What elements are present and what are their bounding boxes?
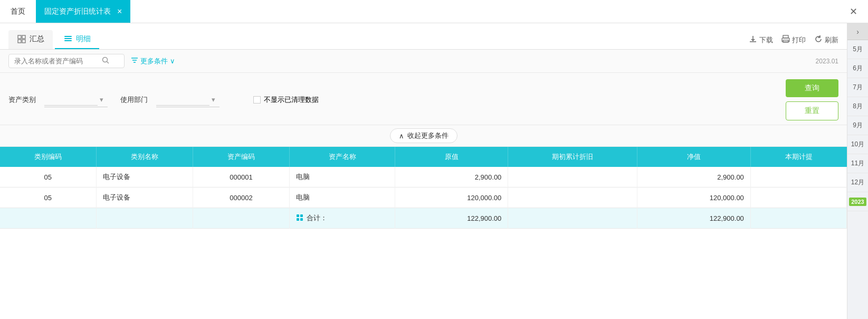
date-display: 2023.01 [816, 58, 838, 65]
month-item[interactable]: 6月 [847, 59, 868, 78]
close-tab-icon[interactable]: × [117, 7, 122, 16]
month-item[interactable]: 9月 [847, 116, 868, 135]
left-panel: 汇总 明细 [0, 23, 847, 319]
col-category-code: 类别编码 [0, 147, 96, 167]
date-value: 2023.01 [816, 58, 838, 65]
close-window-icon[interactable]: ✕ [850, 6, 857, 17]
month-item[interactable]: 7月 [847, 78, 868, 97]
refresh-icon [814, 35, 823, 45]
cell-category-code: 05 [0, 187, 96, 208]
use-department-select[interactable]: ▾ [156, 93, 220, 107]
month-list: 5月6月7月8月9月10月11月12月2023 [847, 40, 868, 211]
cell-category-code: 05 [0, 167, 96, 187]
department-dropdown-icon: ▾ [212, 96, 215, 104]
refresh-btn[interactable]: 刷新 [814, 35, 838, 45]
tab-detail-label: 明细 [76, 34, 91, 44]
cell-original-value: 120,000.00 [395, 187, 508, 208]
cell-original-value: 2,900.00 [395, 167, 508, 187]
col-net-value: 净值 [637, 147, 750, 167]
search-input[interactable] [14, 57, 99, 65]
search-box [8, 54, 125, 68]
category-dropdown-icon: ▾ [100, 96, 103, 104]
month-item[interactable]: 12月 [847, 173, 868, 192]
svg-rect-2 [18, 40, 21, 43]
cell-asset-code: 000002 [193, 187, 289, 208]
filter-buttons: 查询 重置 [786, 79, 838, 120]
svg-rect-4 [64, 36, 72, 37]
hide-cleared-label: 不显示已清理数据 [264, 95, 319, 105]
asset-category-select[interactable]: ▾ [44, 93, 108, 107]
svg-rect-6 [64, 40, 72, 41]
month-item[interactable]: 5月 [847, 40, 868, 59]
tab-detail[interactable]: 明细 [55, 30, 99, 49]
svg-rect-17 [297, 218, 299, 221]
more-filter-label: 更多条件 [140, 57, 168, 66]
svg-rect-3 [22, 40, 25, 43]
data-table: 类别编码 类别名称 资产编码 资产名称 原值 期初累计折旧 净值 本期计提 05… [0, 147, 847, 319]
svg-rect-7 [783, 35, 788, 38]
detail-icon [63, 34, 73, 44]
svg-rect-9 [783, 40, 788, 42]
svg-rect-0 [18, 35, 21, 39]
tab-summary[interactable]: 汇总 [8, 30, 53, 49]
refresh-label: 刷新 [825, 35, 838, 45]
download-btn[interactable]: 下载 [749, 35, 773, 45]
main-content: 汇总 明细 [0, 23, 868, 319]
cell-asset-name: 电脑 [290, 187, 395, 208]
print-label: 打印 [792, 35, 806, 45]
asset-category-label: 资产类别 [8, 95, 40, 105]
more-filter-btn[interactable]: 更多条件 ∨ [131, 57, 175, 66]
home-nav[interactable]: 首页 [0, 0, 36, 23]
tab-summary-label: 汇总 [30, 34, 44, 44]
active-tab[interactable]: 固定资产折旧统计表 × [36, 0, 130, 23]
total-accumulated-dep [508, 208, 637, 229]
col-accumulated-dep: 期初累计折旧 [508, 147, 637, 167]
collapse-btn[interactable]: ∧ 收起更多条件 [390, 128, 457, 143]
filter-row: 资产类别 ▾ 使用部门 ▾ 不显示已清理数据 [8, 79, 838, 120]
cell-accumulated-dep [508, 167, 637, 187]
chevron-up-icon: ∧ [399, 132, 404, 140]
svg-line-11 [107, 62, 109, 64]
asset-category-filter: 资产类别 ▾ [8, 93, 108, 107]
col-category-name: 类别名称 [96, 147, 193, 167]
table: 类别编码 类别名称 资产编码 资产名称 原值 期初累计折旧 净值 本期计提 05… [0, 147, 847, 229]
year-badge[interactable]: 2023 [847, 192, 868, 211]
search-icon [102, 57, 109, 65]
filter-icon [131, 57, 138, 65]
collapse-label: 收起更多条件 [407, 131, 449, 140]
year-label: 2023 [849, 198, 866, 206]
tab-group: 汇总 明细 [8, 30, 99, 49]
table-header-row: 类别编码 类别名称 资产编码 资产名称 原值 期初累计折旧 净值 本期计提 [0, 147, 847, 167]
table-row: 05 电子设备 000002 电脑 120,000.00 120,000.00 [0, 187, 847, 208]
toolbar: 汇总 明细 [0, 23, 847, 50]
month-item[interactable]: 11月 [847, 154, 868, 173]
use-department-label: 使用部门 [120, 95, 152, 105]
cell-current-period [750, 167, 846, 187]
download-icon [749, 35, 757, 45]
table-row: 05 电子设备 000001 电脑 2,900.00 2,900.00 [0, 167, 847, 187]
svg-rect-15 [297, 214, 299, 217]
svg-rect-18 [300, 218, 303, 221]
hide-cleared-checkbox[interactable]: 不显示已清理数据 [253, 95, 319, 105]
print-btn[interactable]: 打印 [781, 35, 806, 45]
cell-asset-code: 000001 [193, 167, 289, 187]
query-btn[interactable]: 查询 [786, 79, 838, 97]
filter-bar: 更多条件 ∨ 2023.01 [0, 50, 847, 73]
action-group: 下载 打印 [749, 35, 838, 49]
month-item[interactable]: 8月 [847, 97, 868, 116]
reset-btn[interactable]: 重置 [786, 101, 838, 120]
extended-filter: 资产类别 ▾ 使用部门 ▾ 不显示已清理数据 [0, 73, 847, 125]
cell-category-name: 电子设备 [96, 187, 193, 208]
total-label-cell: 合计： [290, 208, 395, 229]
panel-expand-btn[interactable]: › [847, 23, 868, 40]
tab-label: 固定资产折旧统计表 [44, 7, 111, 16]
month-item[interactable]: 10月 [847, 135, 868, 154]
checkbox-box [253, 96, 261, 104]
col-original-value: 原值 [395, 147, 508, 167]
cell-net-value: 120,000.00 [637, 187, 750, 208]
top-nav: 首页 固定资产折旧统计表 × ✕ [0, 0, 868, 23]
cell-asset-name: 电脑 [290, 167, 395, 187]
use-department-filter: 使用部门 ▾ [120, 93, 220, 107]
total-original-value: 122,900.00 [395, 208, 508, 229]
cell-category-name: 电子设备 [96, 167, 193, 187]
